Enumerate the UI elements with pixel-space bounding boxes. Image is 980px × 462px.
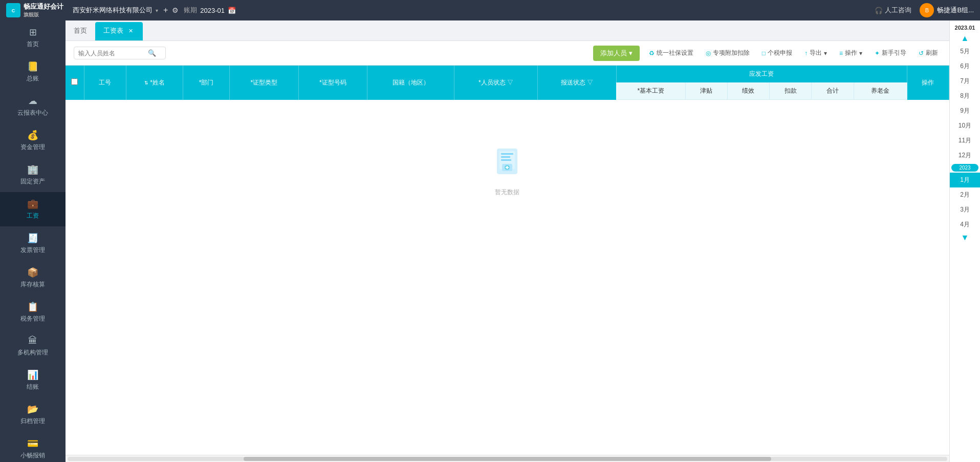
tab-payroll[interactable]: 工资表 ✕ (95, 22, 143, 40)
th-person-status: *人员状态 ▽ (454, 66, 538, 100)
sidebar-item-archive[interactable]: 📂 归档管理 (0, 397, 66, 432)
date-month-10[interactable]: 10月 (950, 118, 980, 133)
th-base-wage: *基本工资 (616, 82, 685, 100)
date-month-7[interactable]: 7月 (950, 74, 980, 89)
sidebar-item-home[interactable]: ⊞ 首页 (0, 20, 66, 55)
export-label: 导出 (810, 49, 822, 57)
date-month-8[interactable]: 8月 (950, 89, 980, 103)
th-payroll-group: 应发工资 (616, 66, 907, 82)
svg-rect-5 (501, 156, 510, 158)
user-info[interactable]: B 畅捷通B组... (920, 3, 974, 17)
multi-org-icon: 🏛 (28, 335, 37, 346)
guide-action-btn[interactable]: ✦ 新手引导 (872, 47, 909, 59)
scroll-thumb[interactable] (244, 457, 771, 461)
add-person-button[interactable]: 添加人员 ▾ (593, 46, 640, 61)
date-month-4[interactable]: 4月 (950, 217, 980, 232)
customer-service-btn[interactable]: 🎧 人工咨询 (875, 6, 911, 15)
refresh-label: 刷新 (926, 49, 938, 57)
guide-action-icon: ✦ (875, 50, 880, 57)
date-month-12[interactable]: 12月 (950, 148, 980, 163)
special-deduction-icon: ◎ (706, 50, 711, 57)
date-nav-up[interactable]: ▲ (960, 33, 970, 44)
date-month-3[interactable]: 3月 (950, 202, 980, 217)
date-month-9[interactable]: 9月 (950, 103, 980, 118)
th-nationality: 国籍（地区） (367, 66, 454, 100)
app-title: 畅应通好会计 (24, 2, 63, 11)
date-month-11[interactable]: 11月 (950, 133, 980, 148)
sidebar-item-multi-org[interactable]: 🏛 多机构管理 (0, 329, 66, 363)
tab-payroll-close[interactable]: ✕ (126, 27, 135, 35)
date-month-2[interactable]: 2月 (950, 187, 980, 202)
empty-state: 暂无数据 (66, 100, 949, 238)
archive-icon: 📂 (27, 404, 38, 415)
report-status-filter-icon[interactable]: ▽ (587, 79, 593, 86)
scroll-track[interactable] (68, 457, 947, 461)
date-month-6[interactable]: 6月 (950, 59, 980, 74)
sidebar-label-inventory: 库存核算 (20, 280, 45, 289)
app-subtitle: 旗舰版 (24, 11, 63, 18)
person-status-filter-icon[interactable]: ▽ (507, 79, 513, 86)
logo-area: C 畅应通好会计 旗舰版 (6, 2, 68, 18)
add-icon[interactable]: + (163, 6, 168, 15)
ledger-icon: 📒 (27, 61, 38, 72)
sidebar-item-cloud-report[interactable]: ☁ 云报表中心 (0, 89, 66, 123)
th-deduction: 扣款 (770, 82, 812, 100)
date-month-5[interactable]: 5月 (950, 44, 980, 59)
topbar-icons: + ⚙ (163, 6, 179, 15)
empty-state-icon (487, 141, 528, 182)
th-total: 合计 (812, 82, 854, 100)
export-btn[interactable]: ↑ 导出 ▾ (801, 47, 830, 59)
tab-bar: 首页 工资表 ✕ (66, 20, 949, 41)
date-year-badge: 2023 (951, 164, 978, 172)
sidebar-item-invoice[interactable]: 🧾 发票管理 (0, 226, 66, 261)
date-nav-down[interactable]: ▼ (960, 232, 970, 243)
sidebar-item-inventory[interactable]: 📦 库存核算 (0, 261, 66, 295)
social-security-btn[interactable]: ♻ 统一社保设置 (646, 47, 696, 59)
sidebar-label-assets: 固定资产 (20, 177, 45, 186)
special-deduction-btn[interactable]: ◎ 专项附加扣除 (703, 47, 753, 59)
period-value: 2023-01 (200, 7, 225, 14)
settings-icon[interactable]: ⚙ (172, 6, 179, 14)
search-icon: 🔍 (148, 49, 156, 57)
operations-dropdown-icon: ▾ (859, 50, 862, 57)
operations-icon: ≡ (839, 50, 843, 57)
sidebar-label-payroll: 工资 (27, 212, 39, 220)
company-selector[interactable]: 西安虾米网络科技有限公司 ▾ (73, 6, 158, 15)
sidebar-item-fund[interactable]: 💰 资金管理 (0, 123, 66, 158)
sidebar-item-payroll[interactable]: 💼 工资 (0, 192, 66, 226)
th-pension: 养老金 (854, 82, 907, 100)
tab-home[interactable]: 首页 (66, 22, 95, 40)
select-all-checkbox[interactable] (71, 78, 78, 85)
period-area: 账期 2023-01 📅 (184, 6, 236, 15)
invoice-icon: 🧾 (27, 233, 38, 244)
company-chevron-icon: ▾ (156, 8, 158, 13)
calendar-icon[interactable]: 📅 (228, 7, 236, 14)
sidebar-item-assets[interactable]: 🏢 固定资产 (0, 158, 66, 192)
svg-rect-4 (501, 153, 513, 155)
user-avatar: B (920, 3, 934, 17)
export-icon: ↑ (804, 50, 808, 57)
sidebar-item-ledger[interactable]: 📒 总账 (0, 55, 66, 89)
sidebar-label-multi-org: 多机构管理 (17, 348, 48, 357)
sidebar-item-close[interactable]: 📊 结账 (0, 363, 66, 397)
th-checkbox (66, 66, 84, 100)
toolbar: 🔍 添加人员 ▾ ♻ 统一社保设置 ◎ 专项附加扣除 □ 个税申报 (66, 41, 949, 66)
toolbar-right: 添加人员 ▾ ♻ 统一社保设置 ◎ 专项附加扣除 □ 个税申报 ↑ (593, 46, 941, 61)
empty-text: 暂无数据 (495, 188, 519, 197)
sidebar-label-ledger: 总账 (27, 74, 39, 83)
logo-icon: C (6, 3, 20, 17)
operations-btn[interactable]: ≡ 操作 ▾ (836, 47, 865, 59)
special-deduction-label: 专项附加扣除 (713, 49, 750, 57)
topbar-right: 🎧 人工咨询 B 畅捷通B组... (875, 3, 974, 17)
period-label: 账期 (184, 6, 197, 15)
date-month-1[interactable]: 1月 (950, 173, 980, 187)
sidebar-item-expense[interactable]: 💳 小畅报销 (0, 432, 66, 462)
th-dept: *部门 (183, 66, 230, 100)
social-security-icon: ♻ (649, 50, 655, 57)
refresh-btn[interactable]: ↺ 刷新 (916, 47, 941, 59)
search-input[interactable] (78, 50, 145, 57)
customer-service-label: 人工咨询 (885, 6, 911, 15)
sidebar-label-home: 首页 (27, 40, 39, 49)
sidebar-item-tax[interactable]: 📋 税务管理 (0, 295, 66, 329)
tax-return-btn[interactable]: □ 个税申报 (759, 47, 795, 59)
